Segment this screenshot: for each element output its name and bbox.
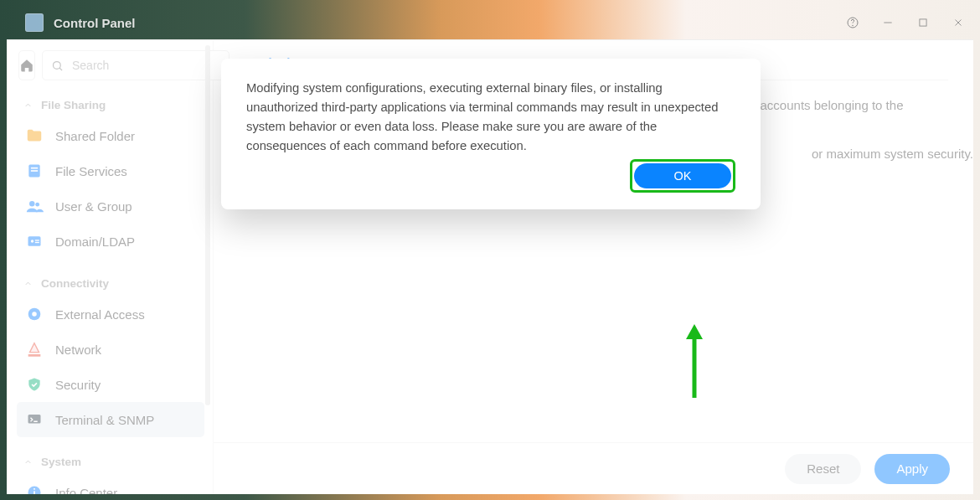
- help-icon[interactable]: [844, 14, 861, 31]
- svg-point-8: [35, 203, 39, 207]
- svg-rect-17: [34, 491, 35, 494]
- svg-rect-12: [35, 242, 39, 243]
- sidebar-item-info-center[interactable]: Info Center: [17, 475, 204, 494]
- sidebar-item-domain-ldap[interactable]: Domain/LDAP: [17, 224, 204, 259]
- sidebar-item-security[interactable]: Security: [17, 367, 204, 402]
- window-titlebar: Control Panel: [7, 6, 973, 39]
- group-label: Connectivity: [41, 277, 109, 290]
- folder-icon: [25, 126, 44, 145]
- sidebar-item-label: Info Center: [55, 486, 117, 495]
- group-file-sharing[interactable]: File Sharing: [17, 90, 204, 118]
- svg-rect-5: [31, 168, 38, 169]
- sidebar-item-shared-folder[interactable]: Shared Folder: [17, 118, 204, 153]
- titlebar-left: Control Panel: [25, 13, 136, 32]
- ok-highlight: OK: [630, 159, 735, 193]
- annotation-arrow: [686, 324, 703, 398]
- svg-point-14: [32, 312, 37, 317]
- footer-bar: Reset Apply: [214, 442, 973, 494]
- apply-button[interactable]: Apply: [874, 454, 950, 484]
- group-connectivity[interactable]: Connectivity: [17, 269, 204, 296]
- svg-rect-18: [34, 488, 35, 490]
- chevron-up-icon: [23, 457, 33, 466]
- sidebar: File Sharing Shared Folder File Services…: [7, 40, 214, 494]
- minimize-icon[interactable]: [879, 14, 896, 31]
- group-system[interactable]: System: [17, 447, 204, 475]
- svg-point-3: [54, 61, 61, 69]
- svg-rect-11: [35, 240, 39, 240]
- sidebar-item-label: User & Group: [55, 199, 132, 214]
- svg-rect-6: [31, 170, 38, 172]
- sidebar-item-label: External Access: [55, 307, 145, 322]
- file-icon: [25, 162, 44, 180]
- sidebar-item-label: Domain/LDAP: [55, 235, 135, 249]
- app-icon: [25, 13, 44, 32]
- sidebar-scrollbar[interactable]: [205, 45, 210, 405]
- close-icon[interactable]: [950, 14, 967, 31]
- shield-icon: [25, 375, 44, 394]
- search-field[interactable]: [42, 50, 230, 80]
- search-input[interactable]: [70, 58, 220, 73]
- sidebar-item-label: Shared Folder: [55, 129, 135, 143]
- titlebar-controls: [844, 14, 967, 31]
- sidebar-item-external-access[interactable]: External Access: [17, 296, 204, 332]
- ok-button[interactable]: OK: [634, 163, 731, 188]
- warning-dialog: Modifying system configurations, executi…: [221, 59, 761, 209]
- sidebar-body: File Sharing Shared Folder File Services…: [7, 90, 213, 494]
- control-panel-window: Control Panel File: [7, 6, 973, 494]
- sidebar-item-network[interactable]: Network: [17, 332, 204, 367]
- partial-text-fragment: or maximum system security.: [812, 147, 973, 161]
- search-icon: [51, 59, 64, 72]
- info-icon: [25, 483, 44, 494]
- link-icon: [25, 305, 44, 323]
- sidebar-top: [7, 40, 213, 90]
- sidebar-item-terminal-snmp[interactable]: Terminal & SNMP: [17, 402, 204, 437]
- maximize-icon[interactable]: [915, 14, 931, 31]
- svg-point-7: [29, 201, 34, 206]
- sidebar-item-label: File Services: [55, 164, 127, 178]
- chevron-up-icon: [23, 279, 33, 288]
- svg-point-10: [31, 240, 34, 242]
- svg-point-1: [853, 25, 854, 26]
- sidebar-item-label: Terminal & SNMP: [55, 413, 154, 427]
- window-title: Control Panel: [54, 16, 136, 30]
- terminal-icon: [25, 410, 44, 429]
- users-icon: [25, 197, 44, 215]
- card-icon: [25, 232, 44, 250]
- network-icon: [25, 340, 44, 358]
- chevron-up-icon: [23, 101, 33, 110]
- home-button[interactable]: [18, 50, 35, 80]
- group-label: File Sharing: [41, 99, 106, 111]
- sidebar-item-label: Security: [55, 378, 101, 392]
- dialog-actions: OK: [246, 159, 735, 193]
- svg-rect-2: [920, 19, 926, 26]
- sidebar-item-label: Network: [55, 343, 101, 357]
- svg-rect-9: [28, 236, 41, 246]
- dialog-text: Modifying system configurations, executi…: [246, 79, 735, 156]
- sidebar-item-user-group[interactable]: User & Group: [17, 188, 204, 224]
- reset-button[interactable]: Reset: [785, 454, 861, 484]
- sidebar-item-file-services[interactable]: File Services: [17, 153, 204, 188]
- group-label: System: [41, 456, 81, 468]
